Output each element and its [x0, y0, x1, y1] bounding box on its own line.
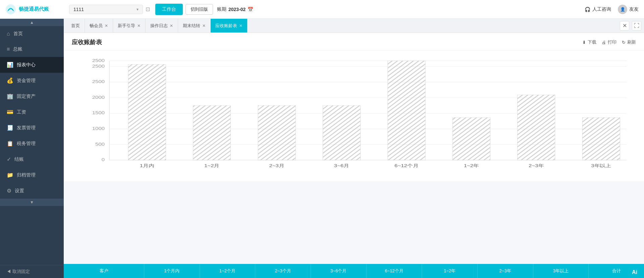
ledger-icon: ≡ — [7, 46, 10, 52]
refresh-icon: ↻ — [622, 40, 626, 45]
workbench-button[interactable]: 工作台 — [155, 4, 183, 15]
sidebar-item-settings[interactable]: ⚙ 设置 — [0, 183, 64, 199]
logo-area: 畅捷通易代账 — [5, 4, 69, 15]
reports-icon: 📊 — [7, 62, 13, 68]
tab-actions: ✕ ⛶ — [620, 21, 641, 30]
company-selector[interactable]: 1111 ▾ — [69, 5, 143, 14]
tab-aging[interactable]: 应收账龄表 ✕ — [211, 19, 248, 32]
funds-icon: 💰 — [7, 77, 13, 84]
tab-home[interactable]: 首页 — [66, 19, 85, 32]
sidebar-item-label: 首页 — [13, 31, 23, 37]
svg-text:3年以上: 3年以上 — [591, 163, 611, 168]
sidebar-item-ledger[interactable]: ≡ 总账 — [0, 42, 64, 57]
tab-label: 操作日志 — [150, 23, 168, 29]
svg-rect-29 — [452, 118, 490, 160]
sidebar-item-invoice[interactable]: 🧾 发票管理 — [0, 120, 64, 136]
tab-label: 应收账龄表 — [215, 23, 237, 29]
calendar-icon[interactable]: 📅 — [248, 7, 253, 12]
archive-icon: 📁 — [7, 172, 13, 178]
avatar: 👤 — [618, 5, 627, 14]
page-content: 应收账龄表 ⬇ 下载 🖨 打印 ↻ 刷新 — [64, 33, 644, 278]
download-button[interactable]: ⬇ 下载 — [582, 39, 596, 45]
sidebar-item-label: 资金管理 — [17, 78, 36, 84]
tab-guide[interactable]: 新手引导 ✕ — [113, 19, 146, 32]
table-col-6-12m: 6~12个月 — [367, 264, 422, 278]
top-header: 畅捷通易代账 1111 ▾ ⊡ 工作台 切到旧版 账期 2023-02 📅 🎧 … — [0, 0, 644, 19]
switch-version-button[interactable]: 切到旧版 — [185, 4, 213, 15]
svg-text:1~2年: 1~2年 — [464, 163, 479, 168]
svg-text:1月内: 1月内 — [140, 163, 154, 168]
chevron-down-icon: ▾ — [137, 7, 139, 12]
svg-text:3~6月: 3~6月 — [334, 163, 349, 168]
home-icon: ⌂ — [7, 31, 10, 37]
sidebar-item-payroll[interactable]: 💳 工资 — [0, 104, 64, 120]
checkout-icon: ✓ — [7, 156, 11, 162]
print-button[interactable]: 🖨 打印 — [602, 39, 616, 45]
logo-icon — [5, 4, 16, 15]
sidebar-item-home[interactable]: ⌂ 首页 — [0, 26, 64, 42]
period-area: 账期 2023-02 📅 — [217, 6, 253, 12]
svg-text:2500: 2500 — [92, 79, 105, 84]
svg-text:1~2月: 1~2月 — [204, 163, 219, 168]
sidebar-item-archive[interactable]: 📁 归档管理 — [0, 167, 64, 183]
sidebar-item-label: 发票管理 — [17, 125, 36, 131]
tab-close-icon[interactable]: ✕ — [170, 23, 173, 28]
tab-label: 新手引导 — [118, 23, 135, 29]
sidebar: ▲ ⌂ 首页 ≡ 总账 📊 报表中心 💰 资金管理 🏢 固定资产 💳 工资 🧾 … — [0, 19, 64, 278]
ai-badge[interactable]: Ai — [625, 267, 644, 278]
svg-rect-23 — [258, 106, 296, 160]
tab-close-icon[interactable]: ✕ — [239, 23, 243, 28]
sidebar-item-assets[interactable]: 🏢 固定资产 — [0, 88, 64, 104]
svg-text:1500: 1500 — [92, 111, 105, 115]
tab-close-icon[interactable]: ✕ — [202, 23, 206, 28]
sidebar-item-label: 总账 — [13, 46, 22, 52]
table-col-2-3y: 2~3年 — [478, 264, 533, 278]
tab-label: 首页 — [71, 23, 80, 29]
refresh-button[interactable]: ↻ 刷新 — [622, 39, 636, 45]
chart-wrapper: 0 500 1000 1500 2000 2500 2500 2500 — [72, 57, 636, 178]
main-layout: ▲ ⌂ 首页 ≡ 总账 📊 报表中心 💰 资金管理 🏢 固定资产 💳 工资 🧾 … — [0, 19, 644, 278]
svg-text:500: 500 — [95, 142, 105, 147]
payroll-icon: 💳 — [7, 109, 13, 115]
sidebar-scroll-down[interactable]: ▼ — [0, 199, 64, 206]
unpin-button[interactable]: ◀ 取消固定 — [0, 265, 64, 278]
support-button[interactable]: 🎧 人工咨询 — [585, 6, 611, 12]
sidebar-item-reports[interactable]: 📊 报表中心 — [0, 57, 64, 73]
invoice-icon: 🧾 — [7, 125, 13, 131]
tab-member[interactable]: 畅会员 ✕ — [85, 19, 113, 32]
period-value: 2023-02 — [228, 7, 246, 12]
table-header: 客户 1个月内 1~2个月 2~3个月 3~6个月 6~12个月 1~2年 2~… — [64, 264, 644, 278]
copy-icon[interactable]: ⊡ — [146, 6, 150, 12]
table-col-3-6m: 3~6个月 — [311, 264, 367, 278]
svg-rect-21 — [193, 106, 231, 160]
sidebar-scroll-up[interactable]: ▲ — [0, 19, 64, 26]
headset-icon: 🎧 — [585, 7, 590, 12]
sidebar-item-funds[interactable]: 💰 资金管理 — [0, 73, 64, 88]
tab-close-icon[interactable]: ✕ — [105, 23, 108, 28]
svg-rect-27 — [388, 61, 425, 160]
svg-rect-33 — [582, 118, 620, 160]
sidebar-item-label: 归档管理 — [17, 172, 36, 178]
close-tab-button[interactable]: ✕ — [620, 21, 629, 30]
table-col-3y-plus: 3年以上 — [533, 264, 589, 278]
chart-container: 0 500 1000 1500 2000 2500 2500 2500 — [64, 51, 644, 181]
sidebar-item-checkout[interactable]: ✓ 结账 — [0, 151, 64, 167]
sidebar-item-label: 报表中心 — [17, 62, 36, 68]
download-icon: ⬇ — [582, 40, 586, 45]
table-col-1m: 1个月内 — [144, 264, 200, 278]
expand-button[interactable]: ⛶ — [632, 21, 641, 30]
bar-chart: 0 500 1000 1500 2000 2500 2500 2500 — [72, 57, 636, 178]
user-button[interactable]: 👤 友友 — [618, 5, 639, 14]
assets-icon: 🏢 — [7, 93, 13, 99]
tab-period-end[interactable]: 期末结转 ✕ — [178, 19, 211, 32]
tab-log[interactable]: 操作日志 ✕ — [146, 19, 178, 32]
sidebar-item-tax[interactable]: 📋 税务管理 — [0, 136, 64, 151]
svg-text:2~3年: 2~3年 — [529, 163, 544, 168]
content-area: 首页 畅会员 ✕ 新手引导 ✕ 操作日志 ✕ 期末结转 ✕ 应收账龄表 ✕ — [64, 19, 644, 278]
sidebar-item-label: 工资 — [17, 109, 26, 115]
tab-close-icon[interactable]: ✕ — [137, 23, 141, 28]
header-right: 🎧 人工咨询 👤 友友 — [585, 5, 639, 14]
svg-rect-19 — [128, 64, 166, 160]
svg-text:2000: 2000 — [92, 95, 105, 100]
sidebar-item-label: 固定资产 — [17, 93, 36, 99]
